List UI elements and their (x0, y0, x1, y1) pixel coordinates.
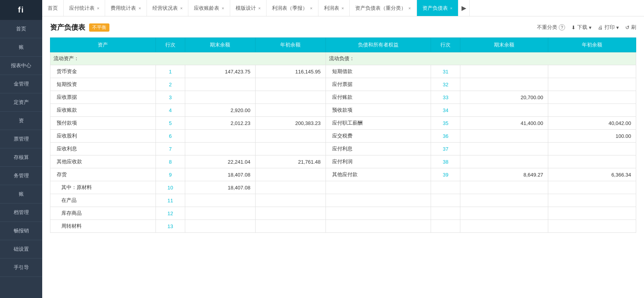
sidebar-item-ledger[interactable]: 账 (0, 185, 42, 203)
tab-payable-stats[interactable]: 应付统计表 × (64, 0, 105, 16)
tab-home[interactable]: 首页 (42, 0, 64, 16)
tab-close-profit-quarterly[interactable]: × (310, 6, 312, 11)
table-row-left-end-10: 18,407.08 (185, 181, 255, 194)
table-row-left-name-13: 周转材料 (50, 220, 156, 233)
download-chevron-icon: ▾ (589, 25, 592, 30)
table-row-right-name-9: 其他应付款 (326, 168, 431, 181)
sidebar-item-report-center[interactable]: 报表中心 (0, 57, 42, 75)
page-header: 资产负债表 不平衡 不重分类 ? ⬇ 下载 ▾ 🖨 打印 ▾ (50, 23, 636, 32)
table-row-left-begin-2 (255, 78, 326, 91)
table-row-left-end-4: 2,920.00 (185, 104, 255, 117)
table-row-right-end-7 (460, 143, 548, 155)
table-row-right-num-1: 31 (431, 65, 460, 78)
sidebar-item-base-settings[interactable]: 础设置 (0, 240, 42, 259)
table-row-right-end-3: 20,700.00 (460, 91, 548, 104)
help-icon[interactable]: ? (559, 24, 565, 30)
table-row-left-end-11 (185, 194, 255, 207)
table-row-right-end-4 (460, 104, 548, 117)
sidebar-item-inventory[interactable]: 存核算 (0, 148, 42, 167)
table-row-left-end-9: 18,407.08 (185, 168, 255, 181)
table-row-left-num-5: 5 (156, 117, 185, 130)
table-row-left-begin-12 (255, 207, 326, 220)
no-reclassify-action[interactable]: 不重分类 ? (537, 24, 565, 31)
tab-profit[interactable]: 利润表 × (318, 0, 350, 16)
table-row-right-name-7: 应付利息 (326, 143, 431, 155)
sidebar-item-fixed-assets[interactable]: 定资产 (0, 93, 42, 112)
sidebar-item-expense[interactable]: 畅报销 (0, 222, 42, 240)
refresh-action[interactable]: ↺ 刷 (625, 24, 636, 31)
table-row-left-num-2: 2 (156, 78, 185, 91)
tab-balance[interactable]: 资产负债表 × (417, 0, 458, 16)
table-row-left-num-13: 13 (156, 220, 185, 233)
table-row-right-num-2: 32 (431, 78, 460, 91)
tab-close-template-design[interactable]: × (258, 6, 261, 11)
section-label-assets-0: 流动资产： (50, 52, 326, 65)
tab-bar: 首页 应付统计表 × 费用统计表 × 经营状况表 × 应收账龄表 × 模版设计 … (42, 0, 644, 16)
tab-close-expense-stats[interactable]: × (138, 6, 141, 11)
sidebar: fi 首页 账 报表中心 金管理 定资产 资 票管理 存核算 务管理 账 档管理… (0, 0, 42, 298)
download-action[interactable]: ⬇ 下载 ▾ (571, 24, 592, 31)
col-header-begin-balance-right: 年初余额 (548, 38, 636, 52)
table-row-left-num-12: 12 (156, 207, 185, 220)
col-header-liabilities: 负债和所有者权益 (326, 38, 431, 52)
print-action[interactable]: 🖨 打印 ▾ (598, 24, 619, 31)
table-row-left-name-6: 应收股利 (50, 130, 156, 143)
table-row-right-num-5: 35 (431, 117, 460, 130)
table-row-right-num-7: 37 (431, 143, 460, 155)
sidebar-item-home[interactable]: 首页 (0, 20, 42, 38)
tab-close-balance-reclassify[interactable]: × (408, 6, 411, 11)
table-row-right-num-8: 38 (431, 155, 460, 168)
tab-close-balance[interactable]: × (450, 6, 453, 11)
sidebar-item-biz-mgmt[interactable]: 务管理 (0, 167, 42, 185)
col-header-end-balance-left: 期末余额 (185, 38, 255, 52)
tab-receivable-aging[interactable]: 应收账龄表 × (188, 0, 230, 16)
sidebar-item-invoice-mgmt[interactable]: 票管理 (0, 130, 42, 148)
table-row-right-begin-9: 6,366.34 (548, 168, 636, 181)
sidebar-item-guide[interactable]: 手引导 (0, 259, 42, 277)
col-header-assets: 资产 (50, 38, 156, 52)
tab-close-business-status[interactable]: × (180, 6, 182, 11)
table-row-right-begin-10 (548, 181, 636, 194)
sidebar-item-doc-mgmt[interactable]: 档管理 (0, 203, 42, 222)
page-title: 资产负债表 (50, 23, 85, 32)
table-row-left-num-7: 7 (156, 143, 185, 155)
table-row-left-num-8: 8 (156, 155, 185, 168)
table-row-left-num-4: 4 (156, 104, 185, 117)
table-row-left-begin-1: 116,145.95 (255, 65, 326, 78)
refresh-icon: ↺ (625, 25, 630, 30)
table-row-left-name-11: 在产品 (50, 194, 156, 207)
tab-close-receivable-aging[interactable]: × (222, 6, 224, 11)
table-row-right-begin-6: 100.00 (548, 130, 636, 143)
tab-profit-quarterly[interactable]: 利润表（季报） × (267, 0, 318, 16)
table-row-right-end-13 (460, 220, 548, 233)
table-row-right-num-3: 33 (431, 91, 460, 104)
table-row-right-end-8 (460, 155, 548, 168)
tab-close-payable-stats[interactable]: × (97, 6, 99, 11)
table-row-left-end-8: 22,241.04 (185, 155, 255, 168)
table-row-left-begin-4 (255, 104, 326, 117)
sidebar-item-assets[interactable]: 资 (0, 112, 42, 130)
table-row-left-num-10: 10 (156, 181, 185, 194)
table-row-right-begin-7 (548, 143, 636, 155)
tab-expense-stats[interactable]: 费用统计表 × (105, 0, 147, 16)
sidebar-item-fund-mgmt[interactable]: 金管理 (0, 75, 42, 93)
sidebar-item-account[interactable]: 账 (0, 38, 42, 57)
table-row-left-name-2: 短期投资 (50, 78, 156, 91)
table-row-right-begin-13 (548, 220, 636, 233)
table-row-right-name-1: 短期借款 (326, 65, 431, 78)
tab-scroll-right[interactable]: ▶ (458, 0, 470, 16)
tab-business-status[interactable]: 经营状况表 × (147, 0, 188, 16)
table-row-left-num-6: 6 (156, 130, 185, 143)
tab-close-profit[interactable]: × (342, 6, 344, 11)
tab-template-design[interactable]: 模版设计 × (230, 0, 267, 16)
print-icon: 🖨 (598, 25, 603, 30)
table-row-right-begin-11 (548, 194, 636, 207)
unbalanced-badge: 不平衡 (89, 23, 109, 32)
download-icon: ⬇ (571, 25, 576, 30)
print-chevron-icon: ▾ (616, 25, 619, 30)
table-row-left-end-12 (185, 207, 255, 220)
table-row-right-name-6: 应交税费 (326, 130, 431, 143)
table-row-left-end-1: 147,423.75 (185, 65, 255, 78)
table-row-right-num-13 (431, 220, 460, 233)
tab-balance-reclassify[interactable]: 资产负债表（重分类） × (350, 0, 417, 16)
